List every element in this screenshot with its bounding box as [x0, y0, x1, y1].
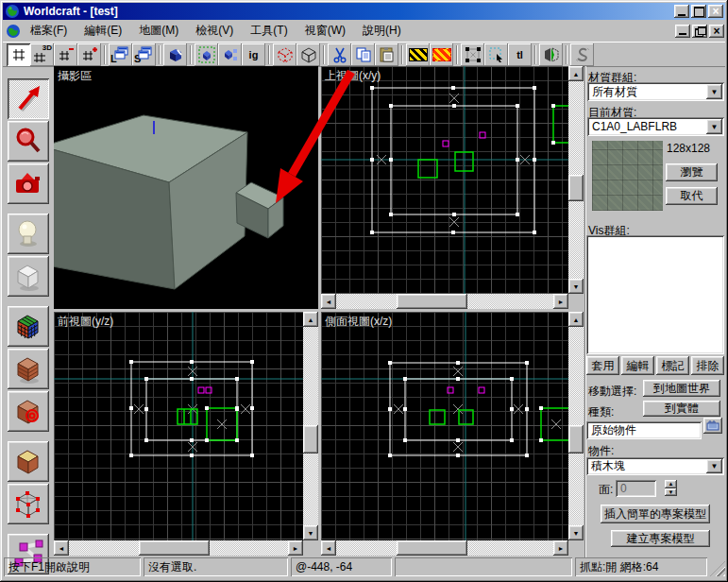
maximize-button[interactable] — [691, 5, 706, 18]
to-world-button[interactable]: 到地圖世界 — [643, 380, 720, 397]
group-button[interactable] — [195, 43, 218, 66]
vertex-tool-button[interactable] — [8, 484, 49, 524]
block-tool-button[interactable] — [8, 256, 49, 297]
minimize-button[interactable] — [674, 5, 689, 18]
horizontal-scrollbar[interactable]: ◄ ► — [321, 294, 568, 309]
scroll-left-button[interactable]: ◄ — [321, 294, 336, 309]
toggle-3d-grid-button[interactable]: 3D — [30, 43, 54, 66]
menu-help[interactable]: 說明(H) — [355, 21, 409, 41]
vis-groups-list[interactable] — [586, 235, 724, 354]
objects-select[interactable]: 積木塊 ▼ — [586, 457, 724, 475]
texture-application-tool-button[interactable] — [8, 306, 49, 347]
category-extra-button[interactable] — [703, 418, 722, 434]
replace-button[interactable]: 取代 — [666, 187, 718, 205]
viewport-3d[interactable]: 攝影區 — [54, 66, 318, 309]
vis-apply-button[interactable]: 套用 — [586, 356, 619, 375]
scroll-thumb[interactable] — [397, 294, 467, 309]
clipping-tool-button[interactable] — [8, 441, 49, 482]
chevron-down-icon[interactable]: ▼ — [706, 119, 722, 134]
load-window-state-button[interactable]: L — [109, 43, 132, 66]
scroll-up-button[interactable]: ▲ — [568, 66, 584, 81]
apply-texture-tool-button[interactable] — [8, 349, 49, 389]
viewport-front[interactable]: 前視圖(y/z) — [54, 312, 318, 556]
larger-grid-button[interactable] — [77, 43, 101, 66]
texture-group-select[interactable]: 所有材質 ▼ — [587, 82, 724, 101]
scroll-thumb[interactable] — [568, 175, 584, 201]
vis-mark-button[interactable]: 標記 — [656, 356, 689, 375]
scroll-down-button[interactable]: ▼ — [568, 525, 584, 540]
cut-button[interactable] — [328, 43, 351, 66]
vis-purge-button[interactable]: 排除 — [691, 356, 724, 375]
cordon-button[interactable] — [406, 43, 430, 66]
spinner-up-icon[interactable]: ▲ — [665, 480, 677, 488]
morph-button[interactable] — [570, 43, 594, 66]
save-window-state-button[interactable]: S — [132, 43, 156, 66]
ignore-groups-button[interactable]: ig — [242, 43, 265, 66]
spinner-down-icon[interactable]: ▼ — [665, 488, 677, 497]
cube-outline-icon — [300, 46, 317, 63]
insert-prefab-button[interactable]: 插入簡單的專案模型 — [601, 505, 710, 523]
paste-button[interactable] — [375, 43, 398, 66]
status-snap-grid: 抓點:開 網格:64 — [575, 557, 707, 576]
scroll-thumb[interactable] — [303, 425, 318, 454]
child-restore-button[interactable] — [692, 25, 707, 38]
maximize-icon — [694, 7, 704, 17]
vis-edit-button[interactable]: 編輯 — [621, 356, 654, 375]
menu-window[interactable]: 視窗(W) — [297, 21, 353, 41]
carve-button[interactable] — [163, 43, 187, 66]
create-prefab-button[interactable]: 建立專案模型 — [611, 530, 710, 547]
menu-view[interactable]: 檢視(V) — [188, 21, 241, 41]
brick-cube-icon — [12, 353, 44, 385]
decal-cube-icon — [12, 396, 44, 428]
selection-tool-button[interactable] — [8, 78, 49, 119]
close-button[interactable]: × — [708, 5, 723, 18]
front-view-scene — [54, 312, 303, 540]
chevron-down-icon[interactable]: ▼ — [706, 459, 722, 473]
scroll-up-button[interactable]: ▲ — [568, 312, 584, 327]
scroll-up-button[interactable]: ▲ — [303, 312, 318, 327]
vertical-scrollbar[interactable]: ▲ ▼ — [568, 312, 584, 540]
browse-button[interactable]: 瀏覽 — [666, 163, 718, 181]
cordon-edit-icon — [432, 48, 451, 61]
scroll-down-button[interactable]: ▼ — [568, 279, 584, 294]
scroll-down-button[interactable]: ▼ — [303, 525, 318, 540]
menu-tools[interactable]: 工具(T) — [243, 21, 295, 41]
toggle-grid-button[interactable] — [7, 43, 30, 66]
vertical-scrollbar[interactable]: ▲ ▼ — [303, 312, 318, 540]
magnify-tool-button[interactable] — [8, 121, 49, 162]
app-window: Worldcraft - [test] × 檔案(F) 編輯(E) 地圖(M) … — [0, 0, 728, 582]
current-texture-select[interactable]: C1A0_LABFLRB ▼ — [587, 117, 724, 136]
ungroup-button[interactable] — [218, 43, 242, 66]
show-all-button[interactable] — [296, 43, 320, 66]
resize-grip[interactable] — [710, 561, 725, 576]
select-handles-button[interactable] — [461, 43, 484, 66]
toolbar-separator — [323, 45, 325, 64]
apply-decals-tool-button[interactable] — [8, 391, 49, 432]
entity-tool-button[interactable] — [8, 214, 49, 254]
menu-map[interactable]: 地圖(M) — [131, 21, 186, 41]
camera-tool-button[interactable] — [8, 163, 49, 204]
scroll-right-button[interactable]: ► — [553, 294, 568, 309]
chevron-down-icon[interactable]: ▼ — [706, 84, 722, 99]
cordon-edit-button[interactable] — [430, 43, 453, 66]
faces-spinner[interactable]: ▲ ▼ — [665, 480, 677, 496]
child-minimize-button[interactable] — [675, 25, 690, 38]
vertical-scrollbar[interactable]: ▲ ▼ — [568, 66, 584, 294]
clip-mode-button[interactable] — [539, 43, 563, 66]
viewport-top[interactable]: 上視圖(x/y) — [321, 66, 584, 309]
smaller-grid-button[interactable] — [54, 43, 77, 66]
status-help: 按下F1開啟說明 — [4, 557, 141, 576]
hide-selected-button[interactable] — [273, 43, 296, 66]
to-entity-button[interactable]: 到實體 — [643, 401, 720, 417]
texture-lock-button[interactable]: tl — [508, 43, 532, 66]
scroll-thumb[interactable] — [568, 425, 584, 454]
child-close-button[interactable]: × — [709, 25, 724, 38]
menu-edit[interactable]: 編輯(E) — [76, 21, 129, 41]
camera-icon — [12, 168, 44, 200]
viewport-side[interactable]: 側面視圖(x/z) — [321, 312, 584, 556]
auto-select-button[interactable] — [484, 43, 508, 66]
faces-input — [616, 480, 656, 497]
menu-file[interactable]: 檔案(F) — [23, 21, 75, 41]
category-input[interactable] — [586, 421, 702, 439]
copy-button[interactable] — [351, 43, 375, 66]
